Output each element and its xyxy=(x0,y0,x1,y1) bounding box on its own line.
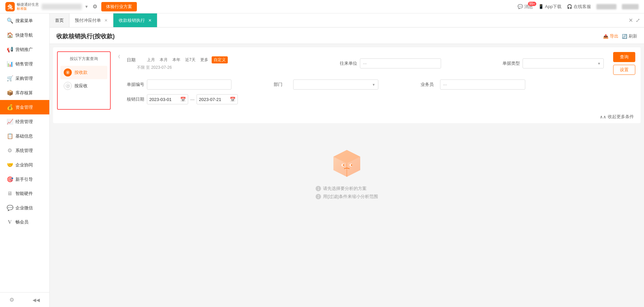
sidebar-item-sales[interactable]: 📊 销售管理 xyxy=(0,57,49,71)
date-7days[interactable]: 近7天 xyxy=(184,56,197,63)
date-custom[interactable]: 自定义 xyxy=(212,56,228,63)
sidebar-item-finance[interactable]: 💰 资金管理 xyxy=(0,100,49,114)
user-avatar xyxy=(596,4,616,9)
refresh-button[interactable]: 🔄 刷新 xyxy=(622,33,637,39)
sidebar-item-operation[interactable]: 📈 经营管理 xyxy=(0,114,49,129)
writeoff-date-field: 核销日期 📅 — 📅 xyxy=(127,94,635,104)
topbar-chevron-icon[interactable]: ▼ xyxy=(85,4,89,9)
dept-label: 部门 xyxy=(274,82,290,88)
date-this-year[interactable]: 本年 xyxy=(171,56,182,63)
sidebar-item-inventory[interactable]: 📦 库存核算 xyxy=(0,86,49,100)
staff-dots[interactable]: ··· xyxy=(443,82,447,87)
svg-text:兔: 兔 xyxy=(7,4,13,10)
staff-select[interactable]: ··· xyxy=(440,80,525,90)
filter-collapse-button[interactable]: 《 xyxy=(115,47,121,114)
tab-prepay-close-icon[interactable]: ✕ xyxy=(104,18,108,23)
date-range-separator: — xyxy=(190,97,195,102)
page-header: 收款核销执行(按收款) 📤 导出 🔄 刷新 xyxy=(50,28,644,44)
tab-receipt-writeoff-label: 收款核销执行 xyxy=(119,17,145,23)
sidebar-item-hardware[interactable]: 🖥 智能硬件 xyxy=(0,187,49,201)
sidebar-item-marketing[interactable]: 📢 营销推广 xyxy=(0,42,49,57)
app-download-button[interactable]: 📱 App下载 xyxy=(538,4,561,10)
empty-illustration xyxy=(327,147,367,180)
writeoff-date-label: 核销日期 xyxy=(127,96,144,102)
chevron-up-icon: ∧∧ xyxy=(600,114,606,119)
dept-arrow-icon: ▼ xyxy=(372,83,375,87)
operation-icon: 📈 xyxy=(7,118,13,125)
sidebar-item-nav[interactable]: 🏠 快捷导航 xyxy=(0,28,49,42)
query-panel: 按以下方案查询 ¥ 按收款 ⏱ 按应收 xyxy=(57,51,111,110)
setting-button[interactable]: 设置 xyxy=(613,65,635,75)
message-badge: 99+ xyxy=(528,2,536,6)
writeoff-date-start-wrap: 📅 xyxy=(147,94,188,104)
writeoff-date-start-input[interactable] xyxy=(149,97,179,102)
doc-type-label: 单据类型 xyxy=(502,60,520,66)
tab-receipt-writeoff[interactable]: 收款核销执行 ✕ xyxy=(113,13,157,27)
message-icon: 💬 xyxy=(518,4,523,9)
sidebar-item-search[interactable]: 🔍 搜索菜单 xyxy=(0,13,49,28)
counterpart-label: 往来单位 xyxy=(340,60,357,66)
doc-type-select[interactable]: ▼ xyxy=(523,58,604,68)
tab-home-label: 首页 xyxy=(55,17,64,23)
date-last-month[interactable]: 上月 xyxy=(146,56,156,63)
writeoff-date-range: 📅 — 📅 xyxy=(147,94,238,104)
collapse-more-bar: ∧∧ 收起更多条件 xyxy=(53,114,641,123)
page-title: 收款核销执行(按收款) xyxy=(56,32,115,40)
tab-home[interactable]: 首页 xyxy=(50,13,69,27)
collapse-more-button[interactable]: ∧∧ 收起更多条件 xyxy=(600,114,634,120)
system-icon: ⚙ xyxy=(7,147,13,154)
tab-prepay[interactable]: 预付冲应付单 ✕ xyxy=(69,13,113,27)
dept-select[interactable]: ▼ xyxy=(293,80,378,90)
tip-2-num: 2 xyxy=(316,194,321,199)
sales-icon: 📊 xyxy=(7,61,13,67)
sidebar-collapse-icon[interactable]: ◀◀ xyxy=(33,297,40,303)
writeoff-date-end-calendar-icon[interactable]: 📅 xyxy=(230,97,235,102)
writeoff-date-start-calendar-icon[interactable]: 📅 xyxy=(180,97,186,102)
tab-close-all-icon[interactable]: ✕ xyxy=(629,17,633,23)
writeoff-date-end-input[interactable] xyxy=(199,97,228,102)
sidebar: 🔍 搜索菜单 🏠 快捷导航 📢 营销推广 📊 销售管理 🛒 采购管理 📦 库存核… xyxy=(0,13,50,307)
solution-button[interactable]: 体验行业方案 xyxy=(101,2,137,11)
sidebar-item-enterprise[interactable]: 🤝 企业协同 xyxy=(0,158,49,172)
staff-field: 业务员 ··· xyxy=(421,80,525,90)
counterpart-select[interactable]: ··· xyxy=(360,58,441,68)
sidebar-item-purchase[interactable]: 🛒 采购管理 xyxy=(0,71,49,86)
export-icon: 📤 xyxy=(603,34,608,39)
filter-card: 按以下方案查询 ¥ 按收款 ⏱ 按应收 xyxy=(53,47,641,123)
sidebar-item-member[interactable]: V 畅会员 xyxy=(0,215,49,229)
date-this-month[interactable]: 本月 xyxy=(158,56,169,63)
date-label: 日期 xyxy=(127,57,144,63)
empty-state: 1 请先选择要分析的方案 2 用[过滤]条件来缩小分析范围 xyxy=(50,126,644,215)
wechat-icon: 💬 xyxy=(7,205,13,211)
topbar-gear-icon[interactable]: ⚙ xyxy=(93,3,97,10)
query-option-by-receivable[interactable]: ⏱ 按应收 xyxy=(60,79,107,93)
empty-tip-1: 1 请先选择要分析的方案 xyxy=(316,186,378,192)
date-more[interactable]: 更多 xyxy=(199,56,210,63)
counterpart-dots[interactable]: ··· xyxy=(363,61,367,66)
topbar-company-name xyxy=(42,4,82,10)
message-button[interactable]: 💬 消息 99+ xyxy=(518,4,533,10)
export-button[interactable]: 📤 导出 xyxy=(603,33,619,39)
sidebar-item-system[interactable]: ⚙ 系统管理 xyxy=(0,143,49,158)
filter-inner: 按以下方案查询 ¥ 按收款 ⏱ 按应收 xyxy=(53,47,641,114)
tab-actions: ✕ ⤢ xyxy=(625,13,644,27)
doc-no-input[interactable] xyxy=(147,80,231,90)
empty-tips: 1 请先选择要分析的方案 2 用[过滤]条件来缩小分析范围 xyxy=(316,186,378,202)
sidebar-item-wechat[interactable]: 💬 企业微信 xyxy=(0,201,49,215)
online-service-button[interactable]: 🎧 在线客服 xyxy=(567,4,591,10)
sidebar-item-guide[interactable]: 🎯 新手引导 xyxy=(0,172,49,187)
query-option-by-receipt[interactable]: ¥ 按收款 xyxy=(60,66,107,79)
sidebar-item-basic[interactable]: 📋 基础信息 xyxy=(0,129,49,143)
refresh-icon: 🔄 xyxy=(622,34,627,39)
query-receipt-icon: ¥ xyxy=(64,68,72,76)
svg-point-11 xyxy=(343,164,344,166)
tab-receipt-writeoff-close-icon[interactable]: ✕ xyxy=(148,18,152,23)
brand-name: 畅捷通好生意 标准版 xyxy=(17,2,39,11)
sidebar-settings-icon[interactable]: ⚙ xyxy=(9,297,14,303)
tab-expand-icon[interactable]: ⤢ xyxy=(636,17,640,23)
basic-icon: 📋 xyxy=(7,133,13,139)
svg-point-12 xyxy=(351,164,352,166)
counterpart-field: 往来单位 ··· xyxy=(340,58,441,68)
doc-no-field: 单据编号 xyxy=(127,80,231,90)
query-button[interactable]: 查询 xyxy=(613,52,635,62)
